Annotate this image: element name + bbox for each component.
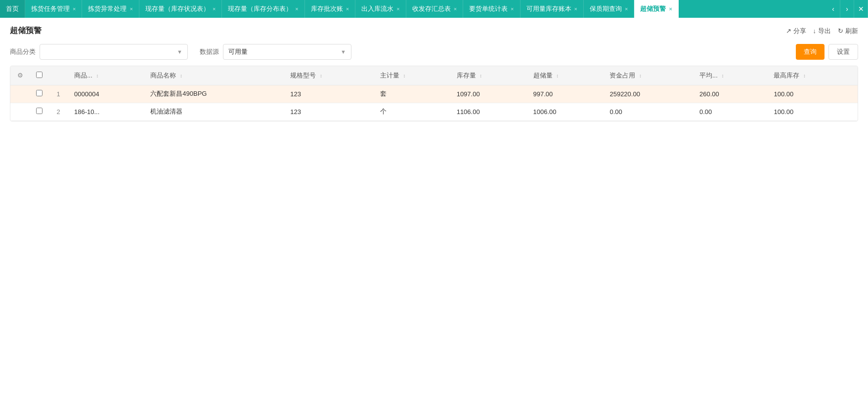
- topbar-tab-7[interactable]: 收发存汇总表 ×: [406, 0, 463, 18]
- row-settings-1: [10, 103, 30, 120]
- nav-close-button[interactable]: ✕: [854, 0, 868, 18]
- filter-row: 商品分类 ▼ 数据源 可用量 ▼ 查询 设置: [10, 44, 858, 60]
- row-spec-0: 123: [284, 85, 374, 103]
- col-capital-label: 资金占用: [609, 72, 635, 79]
- row-product-name-0: 六配套新昌490BPG: [144, 85, 284, 103]
- tab-close-icon-1[interactable]: ×: [73, 6, 76, 12]
- category-label: 商品分类: [10, 47, 36, 56]
- row-checkbox-1[interactable]: [36, 108, 43, 114]
- row-checkbox-cell-0[interactable]: [30, 85, 48, 103]
- topbar-tab-9[interactable]: 可用量库存账本 ×: [521, 0, 584, 18]
- refresh-label: 刷新: [845, 27, 858, 36]
- export-button[interactable]: ↓ 导出: [813, 27, 831, 36]
- row-num-1: 2: [48, 103, 68, 120]
- topbar-tab-1[interactable]: 拣货任务管理 ×: [25, 0, 82, 18]
- col-capital[interactable]: 资金占用 ↕: [604, 66, 694, 85]
- nav-next-button[interactable]: ›: [840, 0, 854, 18]
- tab-close-icon-5[interactable]: ×: [346, 6, 349, 12]
- table-row: 2 186-10... 机油滤清器 123 个 1106.00 1006.00 …: [10, 103, 858, 120]
- col-settings[interactable]: ⚙: [10, 66, 30, 85]
- category-chevron-icon: ▼: [177, 49, 182, 55]
- col-spec-label: 规格型号: [290, 72, 316, 79]
- data-table: ⚙ 商品... ↕ 商品名称 ↕ 规格型号: [10, 66, 858, 121]
- settings-button[interactable]: 设置: [828, 44, 858, 60]
- topbar-tab-11[interactable]: 超储预警 ×: [634, 0, 678, 18]
- datasource-filter: 数据源 可用量 ▼: [200, 44, 351, 60]
- sort-overstock-icon: ↕: [556, 73, 559, 79]
- col-unit[interactable]: 主计量 ↕: [374, 66, 451, 85]
- col-stock-label: 库存量: [457, 72, 476, 79]
- tab-close-icon-2[interactable]: ×: [130, 6, 132, 12]
- row-capital-1: 0.00: [604, 103, 694, 120]
- topbar-tab-4[interactable]: 现存量（库存分布表） ×: [222, 0, 304, 18]
- row-stock-1: 1106.00: [451, 103, 527, 120]
- category-select[interactable]: ▼: [40, 44, 188, 60]
- refresh-button[interactable]: ↻ 刷新: [838, 27, 858, 36]
- col-avg[interactable]: 平均... ↕: [694, 66, 768, 85]
- datasource-chevron-icon: ▼: [341, 49, 346, 55]
- tab-close-icon-11[interactable]: ×: [669, 6, 672, 12]
- col-max-stock-label: 最高库存: [774, 72, 799, 79]
- tab-close-icon-8[interactable]: ×: [511, 6, 514, 12]
- tab-close-icon-9[interactable]: ×: [574, 6, 577, 12]
- table-row: 1 0000004 六配套新昌490BPG 123 套 1097.00 997.…: [10, 85, 858, 103]
- category-filter: 商品分类 ▼: [10, 44, 188, 60]
- nav-prev-button[interactable]: ‹: [826, 0, 840, 18]
- data-table-wrap: ⚙ 商品... ↕ 商品名称 ↕ 规格型号: [10, 66, 858, 121]
- datasource-select[interactable]: 可用量 ▼: [223, 44, 351, 60]
- topbar-tab-2[interactable]: 拣货异常处理 ×: [82, 0, 139, 18]
- page-title: 超储预警: [10, 26, 42, 36]
- topbar-tab-3[interactable]: 现存量（库存状况表） ×: [139, 0, 222, 18]
- topbar-tab-5[interactable]: 库存批次账 ×: [305, 0, 355, 18]
- row-product-code-1: 186-10...: [68, 103, 144, 120]
- col-product-name[interactable]: 商品名称 ↕: [144, 66, 284, 85]
- col-stock[interactable]: 库存量 ↕: [451, 66, 527, 85]
- row-spec-1: 123: [284, 103, 374, 120]
- datasource-value: 可用量: [228, 47, 248, 56]
- topbar-tab-0[interactable]: 首页: [0, 0, 25, 18]
- col-overstock[interactable]: 超储量 ↕: [527, 66, 604, 85]
- table-body: 1 0000004 六配套新昌490BPG 123 套 1097.00 997.…: [10, 85, 858, 120]
- topbar-tab-10[interactable]: 保质期查询 ×: [584, 0, 634, 18]
- tab-close-icon-10[interactable]: ×: [625, 6, 628, 12]
- sort-avg-icon: ↕: [721, 73, 724, 79]
- topbar-tab-6[interactable]: 出入库流水 ×: [355, 0, 406, 18]
- col-unit-label: 主计量: [380, 72, 399, 79]
- query-button[interactable]: 查询: [796, 44, 825, 60]
- col-product-name-label: 商品名称: [150, 72, 176, 79]
- col-spec[interactable]: 规格型号 ↕: [284, 66, 374, 85]
- col-overstock-label: 超储量: [533, 72, 553, 79]
- row-max-stock-1: 100.00: [768, 103, 858, 120]
- col-max-stock[interactable]: 最高库存 ↕: [768, 66, 858, 85]
- row-product-name-1: 机油滤清器: [144, 103, 284, 120]
- row-stock-0: 1097.00: [451, 85, 527, 103]
- share-button[interactable]: ↗ 分享: [786, 27, 806, 36]
- share-label: 分享: [793, 27, 806, 36]
- gear-icon: ⚙: [17, 72, 23, 79]
- row-num-0: 1: [48, 85, 68, 103]
- row-avg-0: 260.00: [694, 85, 768, 103]
- row-settings-0: [10, 85, 30, 103]
- topbar: 首页拣货任务管理 ×拣货异常处理 ×现存量（库存状况表） ×现存量（库存分布表）…: [0, 0, 868, 18]
- export-icon: ↓: [813, 27, 817, 35]
- row-checkbox-cell-1[interactable]: [30, 103, 48, 120]
- col-product-code[interactable]: 商品... ↕: [68, 66, 144, 85]
- refresh-icon: ↻: [838, 27, 843, 35]
- datasource-label: 数据源: [200, 47, 219, 56]
- row-avg-1: 0.00: [694, 103, 768, 120]
- col-checkbox-header[interactable]: [30, 66, 48, 85]
- topbar-tab-8[interactable]: 要货单统计表 ×: [463, 0, 520, 18]
- sort-stock-icon: ↕: [479, 73, 482, 79]
- page-title-row: 超储预警 ↗ 分享 ↓ 导出 ↻ 刷新: [10, 26, 858, 36]
- select-all-checkbox[interactable]: [36, 72, 43, 78]
- row-checkbox-0[interactable]: [36, 90, 43, 96]
- filter-actions: 查询 设置: [796, 44, 858, 60]
- tab-close-icon-4[interactable]: ×: [295, 6, 298, 12]
- tab-close-icon-7[interactable]: ×: [454, 6, 457, 12]
- tab-close-icon-6[interactable]: ×: [396, 6, 399, 12]
- tab-close-icon-3[interactable]: ×: [213, 6, 216, 12]
- col-product-code-label: 商品...: [74, 72, 92, 79]
- row-overstock-0: 997.00: [527, 85, 604, 103]
- row-unit-1: 个: [374, 103, 451, 120]
- sort-product-code-icon: ↕: [96, 73, 98, 79]
